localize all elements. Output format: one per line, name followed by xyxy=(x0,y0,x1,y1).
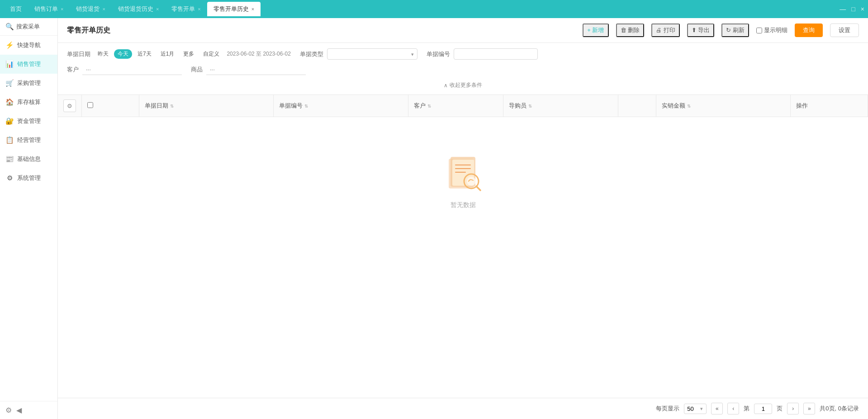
tab-bar: 首页 销售订单 × 销货退货 × 销货退货历史 × 零售开单 × 零售开单历史 … xyxy=(0,0,868,18)
total-info: 共0页, 0条记录 xyxy=(820,405,859,413)
sys-mgmt-icon: ⚙ xyxy=(5,174,14,182)
collapse-row: ∧ 收起更多条件 xyxy=(67,80,859,91)
filter-row-1: 单据日期 昨天 今天 近7天 近1月 更多 自定义 2023-06-02 至 2… xyxy=(67,48,859,60)
setting-button[interactable]: 设置 xyxy=(830,24,859,37)
page-size-select[interactable]: 50 100 xyxy=(684,404,707,414)
tab-retail-open[interactable]: 零售开单 × xyxy=(165,2,207,16)
th-action: 操作 xyxy=(791,95,868,117)
tab-close-sales-return[interactable]: × xyxy=(102,7,105,12)
th-customer[interactable]: 客户 ⇅ xyxy=(408,95,503,117)
export-button[interactable]: ⬆ 导出 xyxy=(687,24,715,37)
page-num-input[interactable]: 1 xyxy=(754,404,772,414)
tab-close-retail-open[interactable]: × xyxy=(198,7,200,12)
tab-home[interactable]: 首页 xyxy=(4,2,28,16)
sidebar-bottom: ⚙ ◀ xyxy=(0,401,57,419)
select-all-checkbox[interactable] xyxy=(87,102,93,108)
sidebar-item-sys-mgmt[interactable]: ⚙ 系统管理 xyxy=(0,169,57,188)
maximize-btn[interactable]: □ xyxy=(851,5,855,13)
bottom-settings-icon[interactable]: ⚙ xyxy=(5,406,12,414)
sort-icon-guide: ⇅ xyxy=(528,104,532,108)
print-button[interactable]: 🖨 打印 xyxy=(651,24,680,37)
sidebar-item-finance[interactable]: 🔐 资金管理 xyxy=(0,112,57,131)
table-header: ⚙ 单据日期 ⇅ 单据编号 xyxy=(58,95,868,117)
th-sort-customer[interactable]: 客户 ⇅ xyxy=(414,102,498,110)
bottom-collapse-icon[interactable]: ◀ xyxy=(16,406,22,414)
sort-icon-doc-date: ⇅ xyxy=(170,104,174,108)
page-size-label: 每页显示 xyxy=(656,405,679,413)
sales-mgmt-icon: 📊 xyxy=(5,60,14,68)
sidebar-item-sales-mgmt[interactable]: 📊 销售管理 xyxy=(0,55,57,74)
th-checkbox[interactable] xyxy=(82,95,139,117)
date-btn-custom[interactable]: 自定义 xyxy=(199,49,223,59)
th-actual-amount[interactable]: 实销金额 ⇅ xyxy=(656,95,791,117)
table-settings-icon[interactable]: ⚙ xyxy=(63,99,76,112)
th-sort-actual-amount[interactable]: 实销金额 ⇅ xyxy=(662,102,785,110)
date-btn-yesterday[interactable]: 昨天 xyxy=(94,49,112,59)
doc-type-select[interactable] xyxy=(327,48,417,60)
sidebar: 🔍 搜索采单 ⚡ 快捷导航 📊 销售管理 🛒 采购管理 🏠 库存核算 🔐 资金管… xyxy=(0,18,58,419)
refresh-button[interactable]: ↻ 刷新 xyxy=(721,24,749,37)
sidebar-item-base-info[interactable]: 📰 基础信息 xyxy=(0,150,57,169)
tab-sales-return-history[interactable]: 销货退货历史 × xyxy=(112,2,165,16)
minimize-btn[interactable]: — xyxy=(840,5,846,13)
tab-sales-return[interactable]: 销货退货 × xyxy=(70,2,111,16)
sort-icon-actual-amount: ⇅ xyxy=(687,104,691,108)
delete-button[interactable]: 🗑 删除 xyxy=(616,24,645,37)
ops-mgmt-icon: 📋 xyxy=(5,136,14,144)
finance-icon: 🔐 xyxy=(5,117,14,125)
th-sort-guide[interactable]: 导购员 ⇅ xyxy=(509,102,612,110)
add-button[interactable]: + 新增 xyxy=(583,24,608,37)
query-button[interactable]: 查询 xyxy=(795,24,823,37)
filter-product: 商品 xyxy=(191,64,306,75)
window-controls: — □ × xyxy=(840,5,864,13)
search-icon: 🔍 xyxy=(5,23,14,31)
customer-label: 客户 xyxy=(67,66,79,74)
filter-date: 单据日期 昨天 今天 近7天 近1月 更多 自定义 2023-06-02 至 2… xyxy=(67,49,291,59)
collapse-icon: ∧ xyxy=(444,82,448,89)
collapse-label: 收起更多条件 xyxy=(450,81,482,89)
date-btn-more[interactable]: 更多 xyxy=(180,49,198,59)
filter-customer: 客户 xyxy=(67,64,182,75)
doc-num-input[interactable] xyxy=(454,48,538,60)
sidebar-item-quick-nav[interactable]: ⚡ 快捷导航 xyxy=(0,36,57,55)
th-sort-doc-date[interactable]: 单据日期 ⇅ xyxy=(145,102,268,110)
close-btn[interactable]: × xyxy=(861,5,864,13)
date-btn-1month[interactable]: 近1月 xyxy=(157,49,178,59)
th-sort-doc-num[interactable]: 单据编号 ⇅ xyxy=(279,102,402,110)
quick-nav-icon: ⚡ xyxy=(5,41,14,49)
next-page-btn[interactable]: › xyxy=(787,403,799,414)
page-label-pre: 第 xyxy=(744,405,749,413)
collapse-btn[interactable]: ∧ 收起更多条件 xyxy=(444,80,482,91)
tab-close-sales-return-history[interactable]: × xyxy=(156,7,159,12)
tab-close-retail-open-history[interactable]: × xyxy=(251,7,254,12)
th-settings[interactable]: ⚙ xyxy=(58,95,82,117)
filter-doc-type: 单据类型 xyxy=(300,48,417,60)
product-input[interactable] xyxy=(206,64,306,75)
date-btns: 昨天 今天 近7天 近1月 更多 自定义 xyxy=(94,49,223,59)
date-btn-today[interactable]: 今天 xyxy=(114,49,132,59)
toolbar: + 新增 🗑 删除 🖨 打印 ⬆ 导出 ↻ 刷新 显示明细 查询 设置 xyxy=(583,24,859,37)
inventory-icon: 🏠 xyxy=(5,98,14,106)
filter-area: 单据日期 昨天 今天 近7天 近1月 更多 自定义 2023-06-02 至 2… xyxy=(58,43,868,95)
sidebar-search[interactable]: 🔍 搜索采单 xyxy=(0,18,57,36)
customer-input[interactable] xyxy=(82,64,182,75)
filter-doc-num: 单据编号 xyxy=(427,48,538,60)
th-doc-num[interactable]: 单据编号 ⇅ xyxy=(274,95,408,117)
prev-page-btn[interactable]: ‹ xyxy=(727,403,739,414)
show-detail-check[interactable] xyxy=(756,28,762,33)
th-doc-date[interactable]: 单据日期 ⇅ xyxy=(139,95,274,117)
tab-retail-open-history[interactable]: 零售开单历史 × xyxy=(207,2,261,16)
sidebar-item-purchase-mgmt[interactable]: 🛒 采购管理 xyxy=(0,74,57,93)
last-page-btn[interactable]: » xyxy=(803,403,815,414)
tab-sales-order[interactable]: 销售订单 × xyxy=(28,2,70,16)
empty-icon xyxy=(441,153,486,194)
first-page-btn[interactable]: « xyxy=(711,403,723,414)
sidebar-item-ops-mgmt[interactable]: 📋 经营管理 xyxy=(0,131,57,150)
sort-icon-customer: ⇅ xyxy=(427,104,431,108)
date-btn-7days[interactable]: 近7天 xyxy=(134,49,155,59)
show-detail-checkbox[interactable]: 显示明细 xyxy=(756,26,787,34)
th-guide[interactable]: 导购员 ⇅ xyxy=(503,95,618,117)
tab-close-sales-order[interactable]: × xyxy=(61,7,63,12)
date-range: 2023-06-02 至 2023-06-02 xyxy=(227,50,290,58)
sidebar-item-inventory[interactable]: 🏠 库存核算 xyxy=(0,93,57,112)
